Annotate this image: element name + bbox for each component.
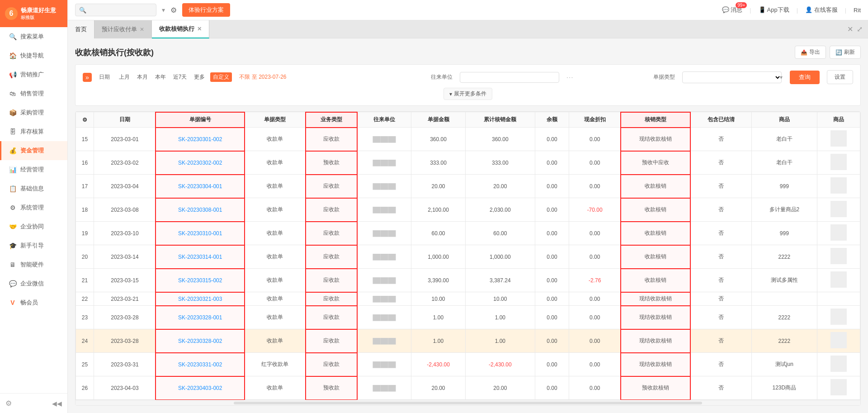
cell-goods2 — [817, 128, 860, 151]
cell-date: 2023-03-14 — [94, 245, 156, 269]
cell-date: 2023-03-04 — [94, 175, 156, 198]
doc-no-link[interactable]: SK-20230328-002 — [178, 338, 222, 344]
date-option-this-month[interactable]: 本月 — [135, 72, 150, 82]
sidebar-item-wechat[interactable]: 💬 企业微信 — [0, 274, 67, 293]
cell-doc-type: 收款单 — [245, 306, 306, 329]
horizontal-scrollbar[interactable] — [75, 400, 860, 405]
col-header-cancel-type: 核销类型 — [621, 112, 691, 128]
cell-goods: 2222 — [751, 245, 817, 269]
column-settings-icon[interactable]: ⚙ — [82, 117, 87, 123]
hardware-icon: 🖥 — [9, 261, 17, 269]
expand-more-button[interactable]: ▾ 展开更多条件 — [443, 88, 492, 100]
solution-button[interactable]: 体验行业方案 — [182, 3, 230, 17]
export-icon: 📤 — [801, 49, 807, 56]
settings-gear-icon[interactable]: ⚙ — [170, 6, 177, 14]
cell-goods2 — [817, 269, 860, 292]
cell-date: 2023-03-10 — [94, 222, 156, 245]
page-actions: 📤 导出 🔄 刷新 — [795, 46, 861, 59]
cell-amount: 333.00 — [411, 151, 465, 175]
doc-no-link[interactable]: SK-20230304-001 — [178, 183, 222, 190]
svg-text:6: 6 — [9, 9, 14, 17]
cell-cash-discount: 0.00 — [569, 306, 621, 329]
table-row: 18 2023-03-08 SK-20230308-001 收款单 应收款 ██… — [76, 198, 860, 222]
sidebar-item-sales[interactable]: 🛍 销售管理 — [0, 84, 67, 103]
messages-button[interactable]: 💬 消息 99+ — [722, 6, 743, 14]
filter-row-main: » 日期 上月 本月 本年 近7天 更多 自定义 不限 至 2023-07-26 — [83, 70, 853, 84]
cell-biz-type: 应收款 — [306, 128, 358, 151]
sidebar-item-finance[interactable]: 💰 资金管理 — [0, 141, 67, 160]
cell-amount: 360.00 — [411, 128, 465, 151]
doc-type-select[interactable] — [682, 71, 782, 83]
tab-expand-icon[interactable]: ⤢ — [857, 25, 863, 33]
sidebar-item-system[interactable]: ⚙ 系统管理 — [0, 198, 67, 217]
sidebar-item-inventory[interactable]: 🗄 库存核算 — [0, 122, 67, 141]
col-header-settings[interactable]: ⚙ — [76, 112, 94, 128]
tab-receipt-exec-close-icon[interactable]: ✕ — [197, 26, 202, 32]
app-download-button[interactable]: 📱 App下载 — [759, 6, 789, 14]
sidebar-item-purchase[interactable]: 📦 采购管理 — [0, 103, 67, 122]
doc-no-link[interactable]: SK-20230403-002 — [178, 385, 222, 391]
sidebar-item-marketing[interactable]: 📢 营销推广 — [0, 65, 67, 84]
doc-no-link[interactable]: SK-20230302-002 — [178, 160, 222, 166]
cell-row-num: 16 — [76, 151, 94, 175]
tab-receipt-exec[interactable]: 收款核销执行 ✕ — [152, 20, 209, 38]
user-name[interactable]: Rit — [854, 7, 861, 14]
date-option-7days[interactable]: 近7天 — [171, 72, 189, 82]
cell-goods: 999 — [751, 222, 817, 245]
tab-prepay-close-icon[interactable]: ✕ — [140, 26, 144, 33]
sidebar-item-hardware[interactable]: 🖥 智能硬件 — [0, 255, 67, 274]
sidebar-item-quick-nav[interactable]: 🏠 快捷导航 — [0, 46, 67, 65]
cell-balance: 0.00 — [535, 376, 569, 400]
sidebar-item-basic[interactable]: 📋 基础信息 — [0, 179, 67, 198]
wechat-icon: 💬 — [9, 280, 17, 288]
filter-toggle-button[interactable]: » — [83, 73, 92, 82]
sidebar-item-guide[interactable]: 🎓 新手引导 — [0, 236, 67, 255]
cell-partner: ██████ — [357, 306, 411, 329]
date-option-last-month[interactable]: 上月 — [117, 72, 132, 82]
export-button[interactable]: 📤 导出 — [795, 46, 826, 59]
cell-biz-type: 应收款 — [306, 198, 358, 222]
table-scroll[interactable]: ⚙ 日期 单据编号 单据类型 业务类型 往来单位 单据金额 累计核销金额 余额 — [75, 112, 860, 400]
phone-icon: 📱 — [759, 6, 766, 13]
cell-cumulative: 10.00 — [465, 292, 535, 306]
sidebar-item-operation[interactable]: 📊 经营管理 — [0, 160, 67, 179]
sidebar-settings-icon[interactable]: ⚙ — [5, 399, 12, 408]
tabbar-actions: ✕ ⤢ — [847, 25, 868, 33]
doc-no-link[interactable]: SK-20230314-001 — [178, 254, 222, 260]
cell-cash-discount: 0.00 — [569, 128, 621, 151]
cell-cancel-type: 收款核销 — [621, 269, 691, 292]
sidebar-item-search[interactable]: 🔍 搜索菜单 — [0, 27, 67, 46]
tab-prepay[interactable]: 预计应收付单 ✕ — [94, 20, 152, 38]
cell-include-settled: 否 — [690, 222, 751, 245]
refresh-button[interactable]: 🔄 刷新 — [830, 46, 861, 59]
date-option-this-year[interactable]: 本年 — [153, 72, 168, 82]
cell-amount: 20.00 — [411, 376, 465, 400]
doc-no-link[interactable]: SK-20230331-002 — [178, 361, 222, 368]
tab-close-all-icon[interactable]: ✕ — [847, 25, 853, 33]
system-icon: ⚙ — [9, 204, 17, 212]
cell-doc-no: SK-20230301-002 — [156, 128, 245, 151]
date-option-more[interactable]: 更多 — [192, 72, 207, 82]
doc-no-link[interactable]: SK-20230301-002 — [178, 136, 222, 142]
doc-no-link[interactable]: SK-20230315-002 — [178, 277, 222, 284]
sidebar-item-enterprise[interactable]: 🤝 企业协同 — [0, 217, 67, 236]
filter-settings-button[interactable]: 设置 — [827, 70, 853, 84]
doc-no-link[interactable]: SK-20230321-003 — [178, 296, 222, 302]
doc-no-link[interactable]: SK-20230308-001 — [178, 207, 222, 213]
online-service-button[interactable]: 👤 在线客服 — [805, 6, 838, 14]
tab-home[interactable]: 首页 — [68, 20, 94, 38]
sidebar-item-member[interactable]: V 畅会员 — [0, 293, 67, 312]
doc-no-link[interactable]: SK-20230328-001 — [178, 314, 222, 321]
sidebar-item-label: 系统管理 — [20, 204, 44, 212]
dropdown-arrow-icon[interactable]: ▾ — [162, 6, 165, 14]
sidebar-collapse-icon[interactable]: ◀◀ — [52, 400, 62, 407]
sidebar-item-label: 营销推广 — [20, 71, 44, 79]
query-button[interactable]: 查询 — [790, 71, 820, 84]
message-badge: 99+ — [736, 2, 747, 8]
cell-doc-no: SK-20230308-001 — [156, 198, 245, 222]
topbar-search-box[interactable]: 🔍 — [75, 4, 156, 16]
sidebar-nav: 🔍 搜索菜单 🏠 快捷导航 📢 营销推广 🛍 销售管理 📦 采购管理 🗄 — [0, 27, 67, 393]
partner-input[interactable] — [460, 72, 559, 83]
doc-no-link[interactable]: SK-20230310-001 — [178, 230, 222, 237]
date-option-custom[interactable]: 自定义 — [210, 72, 232, 82]
